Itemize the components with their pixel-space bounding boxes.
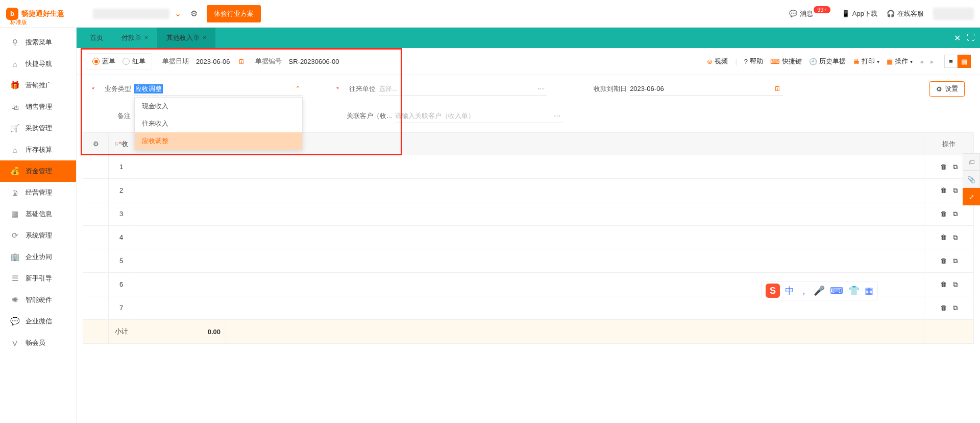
table-row[interactable]: 1🗑⧉ [83, 155, 973, 179]
tab-home[interactable]: 首页 [81, 28, 112, 48]
cta-button[interactable]: 体验行业方案 [207, 5, 261, 22]
copy-icon[interactable]: ⧉ [953, 210, 958, 218]
sidebar-item[interactable]: 🗎经营管理 [0, 182, 76, 203]
tab-expand-icon[interactable]: ⛶ [967, 33, 975, 42]
copy-icon[interactable]: ⧉ [953, 186, 958, 195]
rel-customer-input[interactable] [395, 111, 564, 121]
grid-settings-icon[interactable]: ⚙ [83, 133, 109, 155]
view-list-icon[interactable]: ≡ [944, 55, 958, 68]
tab-payment[interactable]: 付款单× [112, 28, 157, 48]
sidebar-item[interactable]: ⟳系统管理 [0, 225, 76, 246]
more-icon[interactable]: ⋯ [554, 112, 561, 120]
sidebar-item[interactable]: ⚲搜索菜单 [0, 32, 76, 53]
sidebar-item[interactable]: 🏢企业协同 [0, 246, 76, 268]
sidebar-item[interactable]: 💬企业微信 [0, 311, 76, 332]
sidebar-item[interactable]: 🛍销售管理 [0, 96, 76, 118]
prev-icon[interactable]: ◂ [920, 58, 923, 65]
chevron-down-icon: ⌄ [175, 9, 181, 18]
radio-blue[interactable]: 蓝单 [92, 57, 115, 66]
party-input[interactable] [379, 84, 547, 93]
dropdown-option[interactable]: 往来收入 [135, 115, 302, 132]
due-date-field[interactable]: 2023-06-06 🗓 [630, 82, 783, 96]
history-link[interactable]: 🕘历史单据 [809, 57, 846, 66]
chevron-down-icon: ▾ [877, 59, 879, 64]
radio-red[interactable]: 红单 [122, 57, 145, 66]
grid-sort-col[interactable]: ⇅*收 [109, 133, 134, 155]
view-card-icon[interactable]: ▤ [958, 55, 971, 68]
print-link[interactable]: 🖶打印▾ [853, 57, 879, 66]
messages-link[interactable]: 💬 消息 99+ [789, 9, 832, 18]
sidebar-item[interactable]: ⌂库存核算 [0, 139, 76, 160]
table-row[interactable]: 5🗑⧉ [83, 249, 973, 273]
copy-icon[interactable]: ⧉ [953, 257, 958, 265]
ime-zh-icon[interactable]: 中 [785, 285, 794, 297]
biz-type-select[interactable]: 应收调整 ⌃ 现金收入 往来收入 应收调整 [134, 82, 303, 96]
rel-customer-field[interactable]: ⋯ [395, 109, 564, 123]
copy-icon[interactable]: ⧉ [953, 163, 958, 171]
chevron-up-icon[interactable]: ⌃ [295, 85, 301, 92]
table-row[interactable]: 4🗑⧉ [83, 226, 973, 249]
shortcut-link[interactable]: ⌨快捷键 [770, 57, 802, 66]
dropdown-option[interactable]: 现金收入 [135, 98, 302, 115]
delete-icon[interactable]: 🗑 [940, 257, 947, 265]
sidebar-item[interactable]: ⌂快捷导航 [0, 53, 76, 75]
sidebar-item[interactable]: ✺智能硬件 [0, 289, 76, 311]
table-row[interactable]: 3🗑⧉ [83, 202, 973, 226]
online-support-link[interactable]: 🎧 在线客服 [887, 9, 924, 18]
side-float-toolbar: 🏷 📎 ⤢ [963, 153, 980, 205]
more-icon[interactable]: ⋯ [537, 85, 545, 92]
keyboard-icon[interactable]: ⌨ [830, 285, 843, 296]
ops-link[interactable]: ▦操作▾ [887, 57, 913, 66]
form-row-1: * 业务类型 应收调整 ⌃ 现金收入 往来收入 应收调整 * 往来单位 ⋯ [77, 75, 980, 103]
logo-icon: b [6, 8, 18, 20]
delete-icon[interactable]: 🗑 [940, 304, 947, 312]
tab-close-all-icon[interactable]: ✕ [954, 33, 961, 43]
calendar-icon[interactable]: 🗓 [774, 85, 781, 92]
video-link[interactable]: ⊚视频 [707, 57, 728, 66]
subtotal-label: 小计 [109, 320, 134, 343]
delete-icon[interactable]: 🗑 [940, 186, 947, 194]
shirt-icon[interactable]: 👕 [848, 285, 860, 296]
next-icon[interactable]: ▸ [930, 58, 934, 65]
sidebar-item-label: 采购管理 [26, 124, 52, 133]
doc-no-label: 单据编号 [255, 57, 282, 66]
tag-icon[interactable]: 🏷 [963, 153, 980, 171]
sidebar-item[interactable]: 🛒采购管理 [0, 118, 76, 139]
sogou-logo-icon[interactable]: S [766, 284, 780, 298]
delete-icon[interactable]: 🗑 [940, 280, 947, 288]
sidebar-item[interactable]: ☰新手引导 [0, 268, 76, 289]
expand-icon[interactable]: ⤢ [963, 188, 980, 205]
copy-icon[interactable]: ⧉ [953, 304, 958, 312]
apps-icon[interactable]: ▦ [865, 285, 873, 296]
app-download-link[interactable]: 📱 App下载 [842, 9, 877, 18]
keyboard-icon: ⌨ [770, 58, 780, 65]
ime-punct-icon[interactable]: ， [799, 285, 808, 297]
sidebar-item[interactable]: 💰资金管理 [0, 160, 76, 182]
settings-button[interactable]: ⚙设置 [929, 81, 965, 97]
gear-icon[interactable]: ⚙ [190, 9, 198, 18]
sidebar-item-label: 搜索菜单 [26, 38, 52, 47]
sidebar-item[interactable]: V畅会员 [0, 332, 76, 354]
org-selector[interactable]: ⌄ [93, 9, 181, 19]
tab-other-income[interactable]: 其他收入单× [157, 28, 215, 48]
delete-icon[interactable]: 🗑 [940, 210, 947, 218]
sidebar-item[interactable]: 🎁营销推广 [0, 75, 76, 96]
delete-icon[interactable]: 🗑 [940, 163, 947, 171]
attachment-icon[interactable]: 📎 [963, 171, 980, 188]
org-name-blurred [93, 9, 169, 19]
sidebar-item[interactable]: ▦基础信息 [0, 203, 76, 225]
copy-icon[interactable]: ⧉ [953, 233, 958, 242]
close-icon[interactable]: × [203, 34, 206, 41]
dropdown-option[interactable]: 应收调整 [135, 132, 302, 150]
microphone-icon[interactable]: 🎤 [814, 285, 825, 296]
copy-icon[interactable]: ⧉ [953, 280, 958, 289]
biz-type-dropdown: 现金收入 往来收入 应收调整 [134, 97, 303, 150]
help-link[interactable]: ?帮助 [744, 57, 763, 66]
table-row[interactable]: 2🗑⧉ [83, 179, 973, 202]
delete-icon[interactable]: 🗑 [940, 233, 947, 241]
calendar-icon[interactable]: 🗓 [238, 58, 245, 65]
user-avatar-blurred[interactable] [933, 8, 974, 20]
sidebar-item-icon: 🏢 [10, 252, 19, 262]
close-icon[interactable]: × [144, 34, 148, 41]
party-select[interactable]: ⋯ [379, 82, 547, 96]
